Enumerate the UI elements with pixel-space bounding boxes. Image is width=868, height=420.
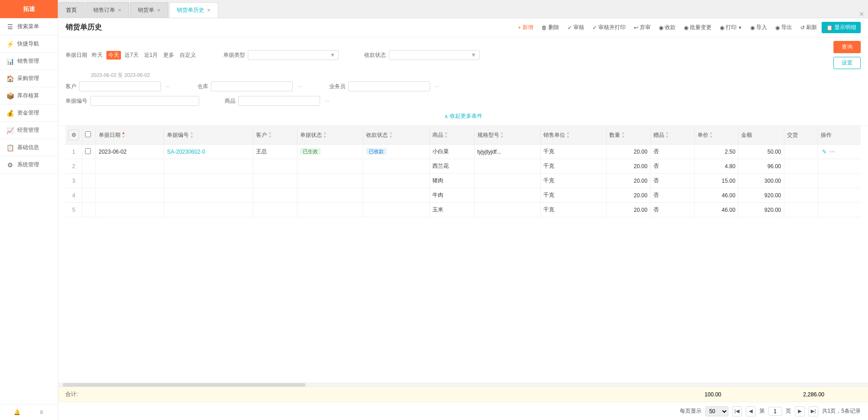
tab-sales-order[interactable]: 销售订单 ✕ bbox=[85, 2, 129, 18]
page-size-select[interactable]: 50 100 200 bbox=[705, 406, 728, 416]
last-page-button[interactable]: ▶| bbox=[808, 406, 818, 416]
new-button[interactable]: + 新增 bbox=[514, 22, 537, 33]
sidebar-item-sales-mgmt[interactable]: 📊 销售管理 bbox=[0, 53, 58, 70]
sort-unit-price[interactable]: 单价 ▲▼ bbox=[697, 131, 713, 139]
setting-button[interactable]: 设置 bbox=[833, 57, 861, 69]
date-shortcut-more[interactable]: 更多 bbox=[161, 51, 176, 60]
sidebar-item-quick-nav[interactable]: ⚡ 快捷导航 bbox=[0, 35, 58, 53]
action-buttons: 查询 设置 bbox=[833, 41, 861, 69]
th-customer: 客户 ▲▼ bbox=[253, 126, 297, 145]
th-doc-date: 单据日期 ▲▼ bbox=[96, 126, 164, 145]
tab-home[interactable]: 首页 bbox=[58, 2, 85, 18]
table-row: 5 玉米 千克 20.00 否 46.00 920.00 bbox=[65, 203, 861, 217]
row-unit-price: 15.00 bbox=[694, 174, 738, 188]
tab-delivery[interactable]: 销货单 ✕ bbox=[130, 2, 168, 18]
row-num: 4 bbox=[65, 188, 82, 203]
sidebar-item-sys-mgmt[interactable]: ⚙ 系统管理 bbox=[0, 156, 58, 174]
collapse-row: ∧ 收起更多条件 bbox=[65, 110, 861, 122]
window-close-icon[interactable]: ✕ bbox=[859, 10, 864, 18]
sidebar-item-purchase-mgmt[interactable]: 🏠 采购管理 bbox=[0, 70, 58, 87]
edit-button[interactable]: ✎ bbox=[821, 149, 828, 155]
more-actions-button[interactable]: ⋯ bbox=[828, 149, 836, 155]
salesperson-input[interactable] bbox=[348, 81, 430, 91]
table-settings-gear[interactable]: ⚙ bbox=[68, 130, 79, 140]
row-checkbox[interactable] bbox=[85, 148, 91, 154]
date-shortcut-custom[interactable]: 自定义 bbox=[178, 51, 198, 60]
system-icon: ⚙ bbox=[6, 161, 14, 169]
goods-input[interactable] bbox=[238, 96, 320, 106]
sidebar-item-finance-mgmt[interactable]: 💰 资金管理 bbox=[0, 105, 58, 122]
footer-label: 合计: bbox=[65, 390, 78, 398]
collect-button[interactable]: ◉ 收款 bbox=[655, 22, 679, 33]
sort-payment-status[interactable]: 收款状态 ▲▼ bbox=[366, 131, 393, 139]
sort-doc-date[interactable]: 单据日期 ▲▼ bbox=[99, 131, 125, 139]
prev-page-button[interactable]: ◀ bbox=[746, 406, 756, 416]
close-icon[interactable]: ✕ bbox=[118, 8, 121, 13]
close-icon[interactable]: ✕ bbox=[207, 8, 211, 13]
page-number-input[interactable] bbox=[768, 407, 782, 416]
tab-delivery-history[interactable]: 销货单历史 ✕ bbox=[169, 2, 218, 18]
customer-dots[interactable]: ··· bbox=[164, 83, 172, 90]
pagination: 每页显示 50 100 200 |◀ ◀ 第 页 ▶ ▶| 共1页，5条记录 bbox=[58, 402, 868, 420]
app-logo: 拓速 bbox=[0, 0, 58, 18]
next-page-button[interactable]: ▶ bbox=[795, 406, 805, 416]
print-button[interactable]: ◉ 打印 ▼ bbox=[716, 22, 746, 33]
delete-button[interactable]: 🗑 删除 bbox=[538, 22, 563, 33]
sort-doc-no[interactable]: 单据编号 ▲▼ bbox=[167, 131, 194, 139]
audit-print-button[interactable]: ✓ 审核并打印 bbox=[589, 22, 629, 33]
query-button[interactable]: 查询 bbox=[833, 41, 861, 53]
sidebar-item-inventory[interactable]: 📦 库存核算 bbox=[0, 87, 58, 105]
collapse-button[interactable]: ∧ 收起更多条件 bbox=[444, 112, 482, 120]
sidebar-item-basic-info[interactable]: 📋 基础信息 bbox=[0, 139, 58, 156]
horizontal-scrollbar[interactable] bbox=[58, 383, 868, 386]
date-shortcut-today[interactable]: 今天 bbox=[106, 51, 121, 60]
sales-icon: 📊 bbox=[6, 58, 14, 65]
pause-icon[interactable]: ⏸ bbox=[39, 409, 44, 415]
row-amount: 920.00 bbox=[738, 203, 784, 217]
sidebar-item-search-menu[interactable]: ☰ 搜索菜单 bbox=[0, 18, 58, 35]
sort-icon: ▲▼ bbox=[709, 131, 713, 139]
batch-icon: ◉ bbox=[684, 25, 688, 31]
first-page-button[interactable]: |◀ bbox=[732, 406, 742, 416]
export-button[interactable]: ◉ 导出 bbox=[772, 22, 796, 33]
doc-type-input[interactable] bbox=[248, 50, 339, 60]
date-shortcut-1month[interactable]: 近1月 bbox=[142, 51, 160, 60]
scrollbar-thumb[interactable] bbox=[63, 383, 306, 387]
sidebar-item-label: 销售管理 bbox=[17, 57, 39, 65]
audit-button[interactable]: ✓ 审核 bbox=[564, 22, 588, 33]
import-button[interactable]: ◉ 导入 bbox=[747, 22, 771, 33]
goods-dots[interactable]: ··· bbox=[323, 98, 331, 104]
abandon-button[interactable]: ↩ 弃审 bbox=[630, 22, 654, 33]
notification-icon[interactable]: 🔔 bbox=[14, 409, 20, 415]
row-actions bbox=[818, 159, 861, 174]
refresh-button[interactable]: ↺ 刷新 bbox=[797, 22, 821, 33]
sort-customer[interactable]: 客户 ▲▼ bbox=[256, 131, 272, 139]
close-icon[interactable]: ✕ bbox=[157, 8, 161, 13]
delete-label: 删除 bbox=[548, 24, 559, 31]
customer-input[interactable] bbox=[79, 81, 161, 91]
audit-label: 审核 bbox=[573, 24, 584, 31]
page-suffix: 页 bbox=[786, 407, 791, 415]
sort-spec[interactable]: 规格型号 ▲▼ bbox=[477, 131, 504, 139]
sidebar-item-ops-mgmt[interactable]: 📈 经营管理 bbox=[0, 122, 58, 139]
doc-no-input[interactable] bbox=[90, 96, 199, 106]
sort-qty[interactable]: 数量 ▲▼ bbox=[609, 131, 625, 139]
row-transaction bbox=[784, 159, 818, 174]
payment-status-input[interactable] bbox=[389, 50, 480, 60]
sort-goods[interactable]: 商品 ▲▼ bbox=[432, 131, 448, 139]
warehouse-input[interactable] bbox=[211, 81, 293, 91]
salesperson-dots[interactable]: ··· bbox=[433, 83, 441, 90]
date-shortcut-yesterday[interactable]: 昨天 bbox=[90, 51, 105, 60]
sort-doc-status[interactable]: 单据状态 ▲▼ bbox=[300, 131, 327, 139]
sort-gift[interactable]: 赠品 ▲▼ bbox=[653, 131, 669, 139]
date-shortcut-7days[interactable]: 近7天 bbox=[123, 51, 140, 60]
sidebar-item-label: 搜索菜单 bbox=[17, 23, 39, 30]
select-all-checkbox[interactable] bbox=[85, 131, 91, 137]
show-detail-button[interactable]: 📋 显示明细 bbox=[822, 22, 861, 33]
total-info: 共1页，5条记录 bbox=[822, 407, 861, 415]
th-customer-label: 客户 bbox=[256, 131, 267, 139]
sort-unit[interactable]: 销售单位 ▲▼ bbox=[543, 131, 570, 139]
warehouse-dots[interactable]: ··· bbox=[296, 83, 304, 90]
row-checkbox-cell bbox=[82, 188, 96, 203]
batch-change-button[interactable]: ◉ 批量变更 bbox=[680, 22, 715, 33]
